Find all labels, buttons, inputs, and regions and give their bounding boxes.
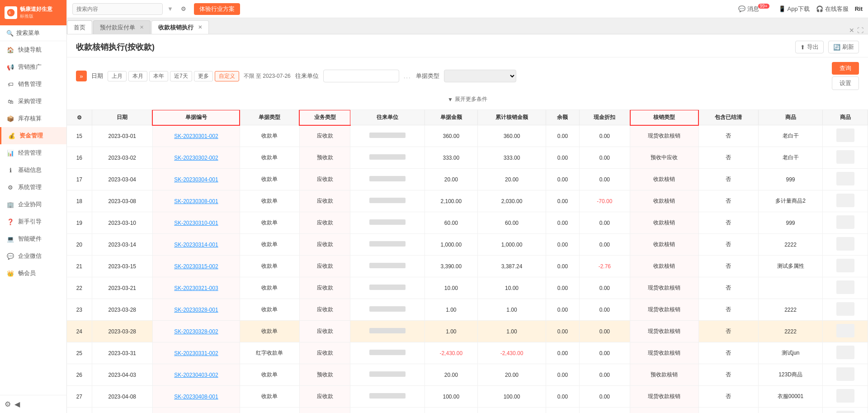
settings-footer-icon[interactable]: ⚙ bbox=[5, 400, 11, 408]
cell-doc-type: 红字收款单 bbox=[240, 342, 299, 364]
col-header-doc-no[interactable]: 单据编号 bbox=[152, 110, 240, 125]
cell-amount: 100.00 bbox=[425, 408, 477, 413]
table-body: 15 2023-03-01 SK-20230301-002 收款单 应收款 36… bbox=[67, 125, 868, 413]
cell-num: 18 bbox=[67, 190, 92, 212]
cell-doc-no[interactable]: SK-20230418-001 bbox=[152, 408, 240, 413]
cell-num: 27 bbox=[67, 386, 92, 408]
col-header-discount[interactable]: 现金折扣 bbox=[579, 110, 630, 125]
cell-biz-type: 应收款 bbox=[299, 212, 350, 234]
col-header-biz-type[interactable]: 业务类型 bbox=[299, 110, 350, 125]
cell-doc-no[interactable]: SK-20230304-001 bbox=[152, 169, 240, 190]
col-header-partner[interactable]: 往来单位 bbox=[350, 110, 425, 125]
sidebar-item-wechat[interactable]: 💬 企业微信 bbox=[0, 247, 66, 265]
table-row: 16 2023-03-02 SK-20230302-002 收款单 预收款 33… bbox=[67, 147, 868, 169]
topbar-gear-icon[interactable]: ⚙ bbox=[178, 3, 189, 15]
col-header-doc-type[interactable]: 单据类型 bbox=[240, 110, 299, 125]
sidebar-item-operations[interactable]: 📊 经营管理 bbox=[0, 144, 66, 161]
date-btn-more[interactable]: 更多 bbox=[194, 71, 213, 81]
cell-partner bbox=[350, 212, 425, 234]
date-btn-7days[interactable]: 近7天 bbox=[170, 71, 192, 81]
col-header-gear[interactable]: ⚙ bbox=[67, 110, 92, 125]
col-header-cum-amount[interactable]: 累计核销金额 bbox=[477, 110, 546, 125]
col-header-goods[interactable]: 商品 bbox=[758, 110, 823, 125]
cell-include-settled: 否 bbox=[698, 169, 758, 190]
cell-write-off-type: 收款核销 bbox=[630, 256, 699, 277]
message-item[interactable]: 💬 消息 99+ bbox=[738, 5, 772, 13]
cell-doc-no[interactable]: SK-20230328-002 bbox=[152, 321, 240, 342]
cell-doc-no[interactable]: SK-20230310-001 bbox=[152, 212, 240, 234]
sidebar-item-finance[interactable]: 💰 资金管理 bbox=[0, 127, 66, 144]
date-btn-this-year[interactable]: 本年 bbox=[149, 71, 168, 81]
col-header-goods-img[interactable]: 商品 bbox=[823, 110, 868, 125]
sidebar-item-basic[interactable]: ℹ 基础信息 bbox=[0, 161, 66, 179]
sidebar-item-purchase[interactable]: 🛍 采购管理 bbox=[0, 93, 66, 110]
cell-doc-no[interactable]: SK-20230403-002 bbox=[152, 364, 240, 386]
filter-collapse-button[interactable]: » bbox=[76, 71, 87, 81]
cell-goods: 老白干 bbox=[758, 147, 823, 169]
tab-receipt-close[interactable]: ✕ bbox=[198, 24, 202, 30]
query-button[interactable]: 查询 bbox=[832, 62, 859, 75]
cell-doc-no[interactable]: SK-20230302-002 bbox=[152, 147, 240, 169]
sidebar-item-marketing[interactable]: 📢 营销推广 bbox=[0, 58, 66, 76]
cell-goods: 123D商品 bbox=[758, 364, 823, 386]
cell-include-settled: 否 bbox=[698, 321, 758, 342]
cell-num: 15 bbox=[67, 125, 92, 147]
topbar-dropdown-icon[interactable]: ▼ bbox=[167, 5, 173, 12]
sidebar-item-label: 库存核算 bbox=[18, 114, 42, 123]
col-header-amount[interactable]: 单据金额 bbox=[425, 110, 477, 125]
app-download-item[interactable]: 📱 App下载 bbox=[778, 5, 810, 13]
tab-close-all-icon[interactable]: ✕ bbox=[849, 27, 854, 34]
topbar-search-input[interactable] bbox=[72, 3, 163, 15]
sidebar-item-enterprise[interactable]: 🏢 企业协同 bbox=[0, 196, 66, 213]
home-icon: 🏠 bbox=[6, 46, 14, 54]
tab-prepay[interactable]: 预付款应付单 ✕ bbox=[93, 20, 151, 34]
sidebar-item-guide[interactable]: ❓ 新手引导 bbox=[0, 213, 66, 230]
solution-button[interactable]: 体验行业方案 bbox=[194, 3, 240, 15]
expand-conditions-button[interactable]: ▼ 展开更多条件 bbox=[448, 94, 487, 105]
sidebar-item-hardware[interactable]: 💻 智能硬件 bbox=[0, 230, 66, 247]
cell-discount: 0.00 bbox=[579, 212, 630, 234]
date-btn-last-month[interactable]: 上月 bbox=[108, 71, 127, 81]
cell-doc-no[interactable]: SK-20230308-001 bbox=[152, 190, 240, 212]
cell-doc-no[interactable]: SK-20230314-001 bbox=[152, 234, 240, 256]
cell-doc-no[interactable]: SK-20230328-001 bbox=[152, 299, 240, 321]
sidebar-item-quick-nav[interactable]: 🏠 快捷导航 bbox=[0, 41, 66, 58]
col-header-include-settled[interactable]: 包含已结清 bbox=[698, 110, 758, 125]
tab-prepay-close[interactable]: ✕ bbox=[140, 24, 144, 30]
cell-doc-no[interactable]: SK-20230331-002 bbox=[152, 342, 240, 364]
type-filter-select[interactable] bbox=[444, 70, 516, 82]
tab-receipt-exec[interactable]: 收款核销执行 ✕ bbox=[151, 20, 209, 34]
col-header-date[interactable]: 日期 bbox=[92, 110, 152, 125]
tab-maximize-icon[interactable]: ⛶ bbox=[857, 27, 863, 34]
sidebar-item-sales[interactable]: 🏷 销售管理 bbox=[0, 76, 66, 93]
cell-doc-no[interactable]: SK-20230301-002 bbox=[152, 125, 240, 147]
cell-biz-type: 应收款 bbox=[299, 256, 350, 277]
cell-cum-amount: 3,387.24 bbox=[477, 256, 546, 277]
col-header-write-off-type[interactable]: 核销类型 bbox=[630, 110, 699, 125]
content-header: 收款核销执行(按收款) ⬆ 导出 🔄 刷新 bbox=[67, 34, 868, 57]
partner-filter-input[interactable] bbox=[323, 70, 399, 82]
tab-home[interactable]: 首页 bbox=[67, 20, 92, 34]
cell-discount: -2.76 bbox=[579, 256, 630, 277]
cell-doc-no[interactable]: SK-20230315-002 bbox=[152, 256, 240, 277]
export-button[interactable]: ⬆ 导出 bbox=[795, 41, 824, 53]
date-btn-this-month[interactable]: 本月 bbox=[128, 71, 147, 81]
cell-partner bbox=[350, 147, 425, 169]
date-btn-custom[interactable]: 自定义 bbox=[215, 71, 239, 81]
cell-date: 2023-03-28 bbox=[92, 321, 152, 342]
user-item[interactable]: Rit bbox=[855, 5, 863, 12]
online-support-item[interactable]: 🎧 在线客服 bbox=[816, 5, 849, 13]
sidebar-search[interactable]: 🔍 搜索菜单 bbox=[0, 25, 66, 41]
sidebar-item-inventory[interactable]: 📦 库存核算 bbox=[0, 110, 66, 127]
collapse-icon[interactable]: ◀ bbox=[14, 400, 20, 408]
table-header-row: ⚙ 日期 单据编号 单据类型 业务类型 往来单位 单据金额 累计核销金额 余额 … bbox=[67, 110, 868, 125]
cell-goods-img bbox=[823, 147, 868, 169]
cell-doc-no[interactable]: SK-20230408-001 bbox=[152, 386, 240, 408]
cell-doc-no[interactable]: SK-20230321-003 bbox=[152, 277, 240, 299]
settings-button[interactable]: 设置 bbox=[832, 76, 859, 90]
col-header-balance[interactable]: 余额 bbox=[546, 110, 579, 125]
sidebar-item-member[interactable]: 👑 畅会员 bbox=[0, 265, 66, 282]
cell-goods: 999 bbox=[758, 212, 823, 234]
sidebar-item-system[interactable]: ⚙ 系统管理 bbox=[0, 179, 66, 196]
refresh-button[interactable]: 🔄 刷新 bbox=[828, 41, 859, 53]
